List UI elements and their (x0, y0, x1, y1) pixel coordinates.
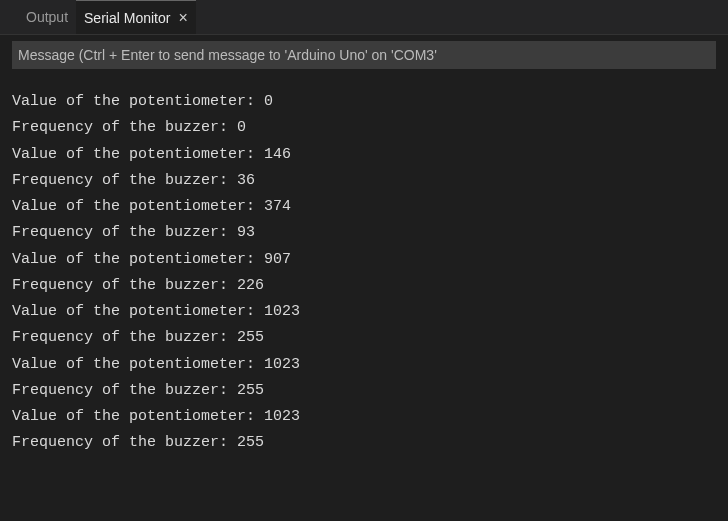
log-line: Value of the potentiometer: 907 (12, 247, 716, 273)
log-line: Value of the potentiometer: 146 (12, 142, 716, 168)
log-line: Frequency of the buzzer: 255 (12, 378, 716, 404)
log-line: Value of the potentiometer: 1023 (12, 299, 716, 325)
log-line: Frequency of the buzzer: 36 (12, 168, 716, 194)
close-icon[interactable]: × (178, 10, 187, 26)
log-line: Value of the potentiometer: 374 (12, 194, 716, 220)
log-line: Value of the potentiometer: 1023 (12, 404, 716, 430)
log-line: Value of the potentiometer: 0 (12, 89, 716, 115)
tab-bar: Output Serial Monitor × (0, 0, 728, 35)
tab-serial-monitor-label: Serial Monitor (84, 10, 170, 26)
log-line: Frequency of the buzzer: 255 (12, 430, 716, 456)
log-line: Frequency of the buzzer: 255 (12, 325, 716, 351)
message-bar (12, 41, 716, 69)
message-input[interactable] (18, 47, 710, 63)
tab-output-label: Output (26, 9, 68, 25)
console-output: Value of the potentiometer: 0Frequency o… (0, 77, 728, 457)
tab-output[interactable]: Output (18, 0, 76, 35)
log-line: Frequency of the buzzer: 93 (12, 220, 716, 246)
log-line: Frequency of the buzzer: 226 (12, 273, 716, 299)
tab-serial-monitor[interactable]: Serial Monitor × (76, 0, 196, 34)
log-line: Value of the potentiometer: 1023 (12, 352, 716, 378)
log-line: Frequency of the buzzer: 0 (12, 115, 716, 141)
